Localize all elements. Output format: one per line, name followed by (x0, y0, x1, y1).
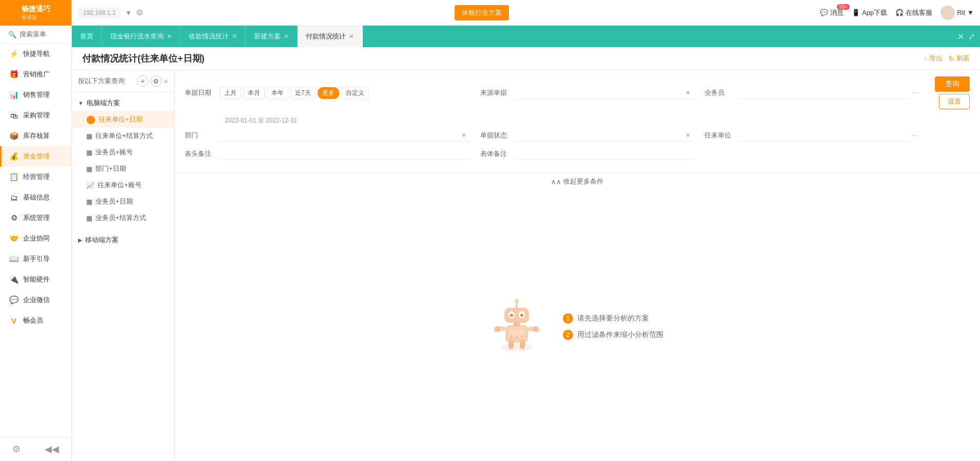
tab-close-icon[interactable]: ✕ (284, 33, 289, 40)
sidebar-item-hardware[interactable]: 🔌 智能硬件 (0, 269, 71, 290)
sidebar-item-purchase[interactable]: 🛍 采购管理 (0, 105, 71, 126)
avatar (940, 6, 955, 20)
sidebar-item-label: 畅会员 (23, 316, 43, 325)
basic-icon: 🗂 (9, 192, 19, 203)
scheme-group-mobile-title[interactable]: ▶ 移动端方案 (72, 232, 174, 248)
query-btn[interactable]: 查询 (935, 76, 970, 92)
tab-label: 新建方案 (254, 32, 281, 41)
online-service-btn[interactable]: 🎧 在线客服 (895, 8, 932, 17)
scheme-item-partner-payment[interactable]: ▦ 往来单位+结算方式 (72, 128, 174, 144)
tip-text-2: 用过滤条件来缩小分析范围 (577, 330, 663, 339)
tab-new-plan[interactable]: 新建方案 ✕ (246, 26, 298, 47)
source-select[interactable]: ▼ (515, 87, 694, 99)
business-icon: 📋 (9, 172, 19, 182)
setting-btn[interactable]: 设置 (939, 94, 970, 109)
scheme-item-staff-date[interactable]: ▦ 业务员+日期 (72, 193, 174, 210)
tab-payment-stats[interactable]: 付款情况统计 ✕ (298, 26, 363, 47)
date-btn-last-month[interactable]: 上月 (220, 87, 241, 99)
date-field: 单据日期 上月 本月 本年 近7天 更多 自定义 (185, 87, 470, 99)
tab-label: 现金银行流水查询 (110, 32, 164, 41)
purchase-icon: 🛍 (9, 110, 19, 121)
scheme-item-dept-date[interactable]: ▦ 部门+日期 (72, 161, 174, 177)
sidebar-item-wechat[interactable]: 💬 企业微信 (0, 290, 71, 310)
scheme-item-label: 部门+日期 (95, 164, 126, 173)
export-btn[interactable]: ↑ 导出 (924, 54, 943, 63)
filter-row-1: 单据日期 上月 本月 本年 近7天 更多 自定义 来源单据 (185, 76, 970, 109)
search-icon: 🔍 (8, 31, 16, 38)
partner-input[interactable] (739, 129, 909, 142)
app-download-btn[interactable]: 📱 App下载 (852, 8, 887, 17)
sidebar-item-quick-nav[interactable]: ⚡ 快捷导航 (0, 44, 71, 64)
scheme-chart-icon: 📈 (86, 182, 94, 189)
refresh-btn[interactable]: ↻ 刷新 (949, 54, 970, 63)
sidebar-item-inventory[interactable]: 📦 库存核算 (0, 126, 71, 146)
sidebar-item-collab[interactable]: 🤝 企业协同 (0, 228, 71, 249)
chevron-down-icon: ▼ (685, 132, 691, 139)
user-menu[interactable]: Rit ▼ (940, 6, 974, 20)
main: 192.168.1.1 ▼ ⚙ 体验行业方案 💬 消息 99+ 📱 App下载 … (72, 0, 980, 461)
sidebar-item-vip[interactable]: V 畅会员 (0, 310, 71, 331)
robot-svg (491, 298, 542, 355)
tip-num-2: 2 (563, 330, 573, 340)
date-btn-custom[interactable]: 自定义 (341, 87, 369, 99)
scheme-collapse-btn[interactable]: « (164, 77, 168, 85)
collapse-btn[interactable]: ∧∧ 收起更多条件 (551, 177, 603, 186)
scheme-item-staff-payment[interactable]: ▦ 业务员+结算方式 (72, 210, 174, 226)
scheme-item-staff-account[interactable]: ▦ 业务员+账号 (72, 144, 174, 161)
sidebar-settings-btn[interactable]: ⚙ (8, 442, 25, 457)
date-btn-this-year[interactable]: 本年 (267, 87, 288, 99)
dept-select[interactable]: ▼ (220, 130, 470, 142)
vip-icon: V (9, 315, 19, 326)
staff-field: 业务员 ··· (704, 87, 918, 99)
svg-point-18 (516, 335, 518, 337)
body-remark-input[interactable] (515, 148, 694, 160)
trial-btn[interactable]: 体验行业方案 (455, 5, 509, 21)
page-body: 按以下方案查询 + ⚙ « ▼ 电脑端方案 ⬤ 往来单位+日期 (72, 70, 980, 461)
partner-dots-icon[interactable]: ··· (912, 131, 918, 140)
settings-icon[interactable]: ⚙ (136, 8, 143, 17)
sidebar: 畅捷通巧 标准版 🔍 搜索菜单 ⚡ 快捷导航 🎁 营销推广 📊 销售管理 🛍 采… (0, 0, 72, 461)
scheme-add-btn[interactable]: + (137, 75, 148, 87)
staff-input[interactable] (739, 87, 909, 99)
search-menu[interactable]: 🔍 搜索菜单 (0, 26, 71, 44)
tabs-bar: 首页 现金银行流水查询 ✕ 收款情况统计 ✕ 新建方案 ✕ 付款情况统计 ✕ ✕… (72, 26, 980, 47)
tab-close-icon[interactable]: ✕ (349, 33, 354, 40)
sidebar-item-basic[interactable]: 🗂 基础信息 (0, 187, 71, 208)
page-title: 付款情况统计(往来单位+日期) (82, 52, 205, 65)
sidebar-item-marketing[interactable]: 🎁 营销推广 (0, 64, 71, 85)
sidebar-item-label: 企业协同 (23, 234, 50, 243)
tab-home[interactable]: 首页 (72, 26, 102, 47)
scheme-item-partner-date[interactable]: ⬤ 往来单位+日期 (72, 111, 174, 128)
date-btn-more[interactable]: 更多 (318, 87, 339, 99)
tab-bank-flow[interactable]: 现金银行流水查询 ✕ (102, 26, 181, 47)
staff-dots-icon[interactable]: ··· (912, 88, 918, 97)
tab-receipt-stats[interactable]: 收款情况统计 ✕ (181, 26, 246, 47)
tab-home-label: 首页 (80, 32, 93, 41)
collab-icon: 🤝 (9, 233, 19, 244)
messages-btn[interactable]: 💬 消息 99+ (820, 8, 844, 17)
tab-close-icon[interactable]: ✕ (232, 33, 237, 40)
sidebar-item-business[interactable]: 📋 经营管理 (0, 167, 71, 187)
sidebar-item-system[interactable]: ⚙ 系统管理 (0, 208, 71, 228)
sidebar-item-label: 快捷导航 (23, 49, 50, 58)
date-btn-7days[interactable]: 近7天 (290, 87, 316, 99)
doc-status-select[interactable]: ▼ (515, 130, 694, 142)
collapse-btn-row: ∧∧ 收起更多条件 (174, 172, 980, 190)
sidebar-item-fund[interactable]: 💰 资金管理 (0, 146, 71, 167)
phone-icon: 📱 (852, 9, 860, 16)
scheme-item-partner-account[interactable]: 📈 往来单位+账号 (72, 177, 174, 193)
sidebar-item-sales[interactable]: 📊 销售管理 (0, 85, 71, 105)
header-remark-field: 表头备注 (185, 148, 470, 160)
scheme-icon: ▦ (86, 149, 92, 156)
scheme-group-desktop-title[interactable]: ▼ 电脑端方案 (72, 95, 174, 111)
tab-close-icon[interactable]: ✕ (167, 33, 172, 40)
sidebar-item-guide[interactable]: 📖 新手引导 (0, 249, 71, 269)
scheme-gear-btn[interactable]: ⚙ (150, 75, 162, 87)
date-btn-this-month[interactable]: 本月 (243, 87, 265, 99)
expand-icon[interactable]: ⤢ (968, 32, 975, 42)
header-remark-input[interactable] (220, 148, 470, 160)
close-all-icon[interactable]: ✕ (957, 32, 964, 42)
marketing-icon: 🎁 (9, 69, 19, 79)
sidebar-collapse-btn[interactable]: ◀◀ (41, 442, 63, 457)
hardware-icon: 🔌 (9, 274, 19, 285)
